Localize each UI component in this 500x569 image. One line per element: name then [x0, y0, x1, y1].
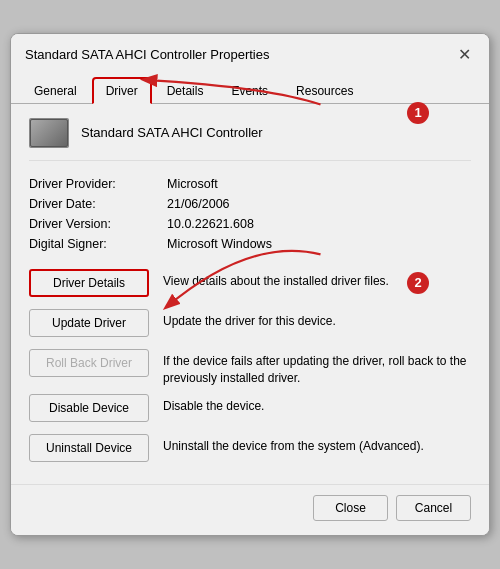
date-label: Driver Date: — [29, 197, 159, 211]
window-title: Standard SATA AHCI Controller Properties — [25, 47, 269, 62]
tab-events[interactable]: Events — [218, 77, 281, 104]
action-buttons-section: Driver Details View details about the in… — [29, 269, 471, 467]
disable-device-button[interactable]: Disable Device — [29, 394, 149, 422]
cancel-button[interactable]: Cancel — [396, 495, 471, 521]
tab-driver[interactable]: Driver — [92, 77, 152, 104]
roll-back-driver-description: If the device fails after updating the d… — [163, 349, 471, 387]
dialog-footer: Close Cancel — [11, 484, 489, 535]
tab-details[interactable]: Details — [154, 77, 217, 104]
uninstall-device-row: Uninstall Device Uninstall the device fr… — [29, 434, 471, 466]
driver-info-grid: Driver Provider: Microsoft Driver Date: … — [29, 177, 471, 251]
tab-resources[interactable]: Resources — [283, 77, 366, 104]
annotation-badge-1: 1 — [407, 102, 429, 124]
signer-value: Microsoft Windows — [167, 237, 471, 251]
date-value: 21/06/2006 — [167, 197, 471, 211]
title-bar: Standard SATA AHCI Controller Properties… — [11, 34, 489, 66]
update-driver-row: Update Driver Update the driver for this… — [29, 309, 471, 341]
tab-bar: General Driver Details Events Resources — [11, 70, 489, 104]
disable-device-row: Disable Device Disable the device. — [29, 394, 471, 426]
update-driver-description: Update the driver for this device. — [163, 309, 471, 330]
driver-details-button[interactable]: Driver Details — [29, 269, 149, 297]
signer-label: Digital Signer: — [29, 237, 159, 251]
roll-back-driver-button[interactable]: Roll Back Driver — [29, 349, 149, 377]
dialog-window: 1 2 Standard SATA AHCI Controller Proper… — [10, 33, 490, 537]
roll-back-driver-row: Roll Back Driver If the device fails aft… — [29, 349, 471, 387]
uninstall-device-description: Uninstall the device from the system (Ad… — [163, 434, 471, 455]
update-driver-button[interactable]: Update Driver — [29, 309, 149, 337]
tab-general[interactable]: General — [21, 77, 90, 104]
uninstall-device-button[interactable]: Uninstall Device — [29, 434, 149, 462]
close-window-button[interactable]: ✕ — [453, 44, 475, 66]
annotation-badge-2: 2 — [407, 272, 429, 294]
device-name: Standard SATA AHCI Controller — [81, 125, 263, 140]
close-button[interactable]: Close — [313, 495, 388, 521]
disable-device-description: Disable the device. — [163, 394, 471, 415]
provider-value: Microsoft — [167, 177, 471, 191]
device-icon — [29, 118, 69, 148]
device-header: Standard SATA AHCI Controller — [29, 118, 471, 161]
driver-details-row: Driver Details View details about the in… — [29, 269, 471, 301]
provider-label: Driver Provider: — [29, 177, 159, 191]
version-value: 10.0.22621.608 — [167, 217, 471, 231]
version-label: Driver Version: — [29, 217, 159, 231]
